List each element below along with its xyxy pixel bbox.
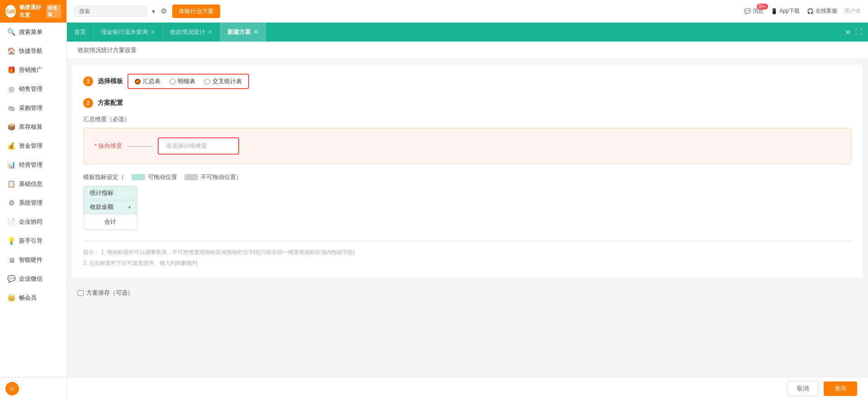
save-plan-checkbox-label[interactable]: 方案保存（可选） xyxy=(78,289,133,297)
radio-crosstab-label: 交叉统计表 xyxy=(212,77,242,85)
arrow-icon: ────── xyxy=(127,143,152,150)
indicator-row-total: 合计 xyxy=(84,214,137,230)
indicator-header: 模板指标设定（ 可拖动位置 不可拖动位置） xyxy=(83,173,852,181)
tab-bar: 首页 现金银行流水查询 ✕ 收款情况统计 ✕ 新建方案 ✕ ✕ ⛶ xyxy=(67,23,868,42)
sidebar-label-basic-info: 基础信息 xyxy=(19,180,42,188)
bulb-icon: 💡 xyxy=(7,237,15,245)
industry-btn[interactable]: 体验行业方案 xyxy=(172,5,220,18)
sidebar-label-member: 畅会员 xyxy=(19,294,37,302)
chat-icon: 💬 xyxy=(7,275,15,283)
money-icon: 💰 xyxy=(7,142,15,150)
tab-cashflow[interactable]: 现金银行流水查询 ✕ xyxy=(94,23,163,42)
tab-collection[interactable]: 收款情况统计 ✕ xyxy=(163,23,220,42)
indicator-title-text: 模板指标设定（ xyxy=(83,173,124,181)
radio-detail[interactable]: 明细表 xyxy=(170,77,195,85)
sidebar-item-finance[interactable]: 💰 资金管理 xyxy=(0,136,66,155)
sidebar-item-system[interactable]: ⚙ 系统管理 xyxy=(0,193,66,212)
monitor-icon: 🖥 xyxy=(7,256,15,264)
sidebar-label-cooperation: 企业协同 xyxy=(19,218,42,226)
cancel-button[interactable]: 取消 xyxy=(788,381,818,396)
tab-collection-close[interactable]: ✕ xyxy=(208,29,212,35)
page-title-bar: 收款情况统计方案设置 xyxy=(67,42,868,59)
sidebar-label-purchase: 采购管理 xyxy=(19,104,42,112)
section2-num: 2 xyxy=(83,98,93,108)
dropdown-icon[interactable]: ▾ xyxy=(152,8,155,15)
sidebar-item-inventory[interactable]: 📦 库存核算 xyxy=(0,118,66,136)
topbar: ▾ ⚙ 体验行业方案 💬 消息 99+ 📱 App下载 🎧 在线客服 用户名 xyxy=(67,0,868,23)
tab-cashflow-label: 现金银行流水查询 xyxy=(101,28,148,36)
section1-title: 选择模板 xyxy=(98,77,123,85)
template-radio-group: 汇总表 明细表 交叉统计表 xyxy=(127,74,249,89)
bag-icon: 🛍 xyxy=(7,104,15,112)
sidebar-item-member[interactable]: 👑 畅会员 xyxy=(0,288,66,307)
tab-home[interactable]: 首页 xyxy=(67,23,94,42)
sidebar-label-search-menu: 搜索菜单 xyxy=(19,28,42,36)
draggable-legend-box xyxy=(132,174,145,180)
sidebar-label-quick-nav: 快捷导航 xyxy=(19,47,42,55)
radio-crosstab-input[interactable] xyxy=(204,79,210,85)
footer-bar: 方案保存（可选） xyxy=(67,283,868,302)
query-button[interactable]: 查询 xyxy=(824,381,857,396)
username: 用户名 xyxy=(844,7,861,15)
avatar: U xyxy=(5,382,19,395)
action-bar: 取消 查询 xyxy=(67,376,868,400)
section2-title: 方案配置 xyxy=(98,99,123,107)
sidebar-item-hardware[interactable]: 🖥 智能硬件 xyxy=(0,250,66,269)
radio-summary-input[interactable] xyxy=(135,79,141,85)
main-area: ▾ ⚙ 体验行业方案 💬 消息 99+ 📱 App下载 🎧 在线客服 用户名 首… xyxy=(67,0,868,400)
sidebar-label-operation: 经营管理 xyxy=(19,161,42,169)
non-draggable-legend-box xyxy=(184,174,198,180)
dimension-area: * 纵向维度 ────── 请选择分组维度 xyxy=(83,128,852,164)
sidebar-item-search-menu[interactable]: 🔍 搜索菜单 xyxy=(0,23,66,42)
sidebar: CaR 畅捷通好生意 标准版 🔍 搜索菜单 🏠 快捷导航 🎁 营销推广 ◎ 销售… xyxy=(0,0,67,400)
sales-icon: ◎ xyxy=(7,85,15,93)
radio-summary-label: 汇总表 xyxy=(143,77,160,85)
indicator-table: 统计指标 收款金额 ▾ 合计 xyxy=(83,186,137,230)
dimension-select[interactable]: 请选择分组维度 xyxy=(158,137,239,155)
indicator-section-header: 统计指标 xyxy=(84,186,137,200)
close-window-icon[interactable]: ✕ xyxy=(845,28,851,37)
doc-icon: 📄 xyxy=(7,218,15,226)
tab-new-plan[interactable]: 新建方案 ✕ xyxy=(220,23,266,42)
radio-crosstab[interactable]: 交叉统计表 xyxy=(204,77,242,85)
sidebar-tag: 标准版 xyxy=(46,5,61,18)
tab-new-plan-label: 新建方案 xyxy=(227,28,251,36)
sidebar-item-quick-nav[interactable]: 🏠 快捷导航 xyxy=(0,42,66,61)
sidebar-item-guide[interactable]: 💡 新手引导 xyxy=(0,231,66,250)
search-input[interactable] xyxy=(74,6,146,17)
page-title: 收款情况统计方案设置 xyxy=(78,47,137,53)
legend-draggable: 可拖动位置 xyxy=(132,173,177,181)
sidebar-item-marketing[interactable]: 🎁 营销推广 xyxy=(0,61,66,80)
radio-detail-input[interactable] xyxy=(170,79,175,85)
tab-new-plan-close[interactable]: ✕ xyxy=(254,29,258,35)
app-download-link[interactable]: 📱 App下载 xyxy=(771,7,800,15)
sidebar-bottom: U xyxy=(0,377,66,400)
sidebar-item-sales[interactable]: ◎ 销售管理 xyxy=(0,80,66,99)
section2-header: 2 方案配置 xyxy=(83,98,852,108)
radio-summary[interactable]: 汇总表 xyxy=(135,77,160,85)
indicator-section: 模板指标设定（ 可拖动位置 不可拖动位置） 统计指标 xyxy=(83,173,852,230)
sidebar-item-purchase[interactable]: 🛍 采购管理 xyxy=(0,99,66,118)
sidebar-item-basic-info[interactable]: 📋 基础信息 xyxy=(0,174,66,193)
sidebar-item-operation[interactable]: 📊 经营管理 xyxy=(0,155,66,174)
non-draggable-legend-label: 不可拖动位置） xyxy=(201,173,242,181)
indicator-col-header[interactable]: 收款金额 ▾ xyxy=(84,200,137,214)
download-icon: 📱 xyxy=(771,8,778,14)
sidebar-label-hardware: 智能硬件 xyxy=(19,256,42,264)
message-icon-area[interactable]: 💬 消息 99+ xyxy=(744,7,764,15)
gift-icon: 🎁 xyxy=(7,66,15,74)
settings-icon[interactable]: ⚙ xyxy=(160,7,167,15)
online-service-link[interactable]: 🎧 在线客服 xyxy=(807,7,837,15)
topbar-right: 💬 消息 99+ 📱 App下载 🎧 在线客服 用户名 xyxy=(744,7,861,15)
save-plan-label: 方案保存（可选） xyxy=(86,289,133,297)
maximize-icon[interactable]: ⛶ xyxy=(855,28,863,36)
legend-non-draggable: 不可拖动位置） xyxy=(184,173,242,181)
home-icon: 🏠 xyxy=(7,47,15,55)
sidebar-item-wechat[interactable]: 💬 企业微信 xyxy=(0,269,66,288)
col-dropdown-icon[interactable]: ▾ xyxy=(128,205,131,210)
box-icon: 📦 xyxy=(7,123,15,131)
tab-cashflow-close[interactable]: ✕ xyxy=(151,29,155,35)
save-plan-checkbox[interactable] xyxy=(78,290,84,296)
sidebar-item-cooperation[interactable]: 📄 企业协同 xyxy=(0,212,66,231)
sidebar-label-marketing: 营销推广 xyxy=(19,66,42,74)
